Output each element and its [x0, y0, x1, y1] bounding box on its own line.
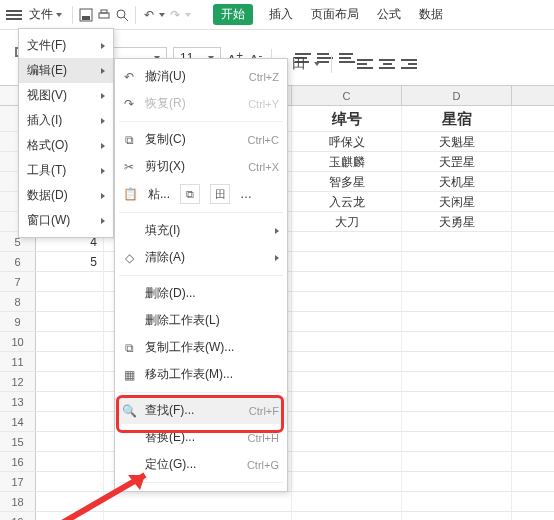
row-head[interactable]: 7	[0, 272, 36, 291]
cell[interactable]: 绰号	[292, 106, 402, 131]
menu1-item[interactable]: 工具(T)	[19, 158, 113, 183]
menu-delete-sheet[interactable]: 删除工作表(L)	[115, 307, 287, 334]
row-head[interactable]: 14	[0, 412, 36, 431]
col-head-c[interactable]: C	[292, 86, 402, 105]
cell[interactable]	[292, 352, 402, 371]
redo-icon[interactable]: ↷	[167, 7, 183, 23]
cell[interactable]	[292, 272, 402, 291]
row-head[interactable]: 6	[0, 252, 36, 271]
menu-fill[interactable]: 填充(I)	[115, 217, 287, 244]
cell[interactable]	[402, 252, 512, 271]
cell[interactable]: 天罡星	[402, 152, 512, 171]
cell[interactable]	[292, 452, 402, 471]
tab-data[interactable]: 数据	[417, 4, 445, 25]
paste-option-icon[interactable]: ⧉	[180, 184, 200, 204]
cell[interactable]	[292, 292, 402, 311]
row-head[interactable]: 10	[0, 332, 36, 351]
tab-start[interactable]: 开始	[213, 4, 253, 25]
menu-replace[interactable]: 替换(E)... Ctrl+H	[115, 424, 287, 451]
menu-goto[interactable]: 定位(G)... Ctrl+G	[115, 451, 287, 478]
cell[interactable]: 入云龙	[292, 192, 402, 211]
cell[interactable]	[292, 472, 402, 491]
tab-insert[interactable]: 插入	[267, 4, 295, 25]
cell[interactable]	[402, 352, 512, 371]
menu1-item[interactable]: 插入(I)	[19, 108, 113, 133]
cell[interactable]	[292, 312, 402, 331]
cell[interactable]	[402, 272, 512, 291]
align-left-icon[interactable]	[357, 57, 373, 71]
cell[interactable]: 玉麒麟	[292, 152, 402, 171]
menu-find[interactable]: 🔍 查找(F)... Ctrl+F	[115, 397, 287, 424]
row-head[interactable]: 18	[0, 492, 36, 511]
cell[interactable]: 天魁星	[402, 132, 512, 151]
menu-cut[interactable]: ✂ 剪切(X) Ctrl+X	[115, 153, 287, 180]
cell[interactable]	[104, 512, 292, 520]
tab-layout[interactable]: 页面布局	[309, 4, 361, 25]
menu1-item[interactable]: 窗口(W)	[19, 208, 113, 233]
row-head[interactable]: 19	[0, 512, 36, 520]
col-head-d[interactable]: D	[402, 86, 512, 105]
cell[interactable]: 星宿	[402, 106, 512, 131]
cell[interactable]	[402, 232, 512, 251]
cell[interactable]: 呼保义	[292, 132, 402, 151]
cell[interactable]	[36, 472, 104, 491]
chevron-down-icon[interactable]	[159, 13, 165, 17]
cell[interactable]	[292, 512, 402, 520]
menu-undo[interactable]: ↶ 撤消(U) Ctrl+Z	[115, 63, 287, 90]
menu-copy-sheet[interactable]: ⧉ 复制工作表(W)...	[115, 334, 287, 361]
cell[interactable]	[292, 252, 402, 271]
hamburger-icon[interactable]	[6, 10, 22, 20]
cell[interactable]: 天勇星	[402, 212, 512, 231]
file-menu-button[interactable]: 文件	[24, 3, 67, 26]
save-icon[interactable]	[78, 7, 94, 23]
print-icon[interactable]	[96, 7, 112, 23]
cell[interactable]	[402, 452, 512, 471]
cell[interactable]	[292, 412, 402, 431]
cell[interactable]	[292, 392, 402, 411]
cell[interactable]	[292, 232, 402, 251]
row-head[interactable]: 11	[0, 352, 36, 371]
cell[interactable]	[36, 352, 104, 371]
row-head[interactable]: 15	[0, 432, 36, 451]
align-right-icon[interactable]	[401, 57, 417, 71]
cell[interactable]	[292, 492, 402, 511]
cell[interactable]	[402, 472, 512, 491]
cell[interactable]	[402, 512, 512, 520]
menu-label[interactable]: 粘...	[148, 186, 170, 203]
preview-icon[interactable]	[114, 7, 130, 23]
cell[interactable]	[36, 392, 104, 411]
cell[interactable]	[402, 292, 512, 311]
cell[interactable]	[36, 372, 104, 391]
align-center-icon[interactable]	[379, 57, 395, 71]
menu-move-sheet[interactable]: ▦ 移动工作表(M)...	[115, 361, 287, 388]
menu1-item[interactable]: 编辑(E)	[19, 58, 113, 83]
menu1-item[interactable]: 视图(V)	[19, 83, 113, 108]
border-icon[interactable]: 田	[292, 55, 306, 73]
menu1-item[interactable]: 数据(D)	[19, 183, 113, 208]
cell[interactable]	[292, 372, 402, 391]
more-icon[interactable]: …	[240, 187, 252, 201]
cell[interactable]: 智多星	[292, 172, 402, 191]
row-head[interactable]: 9	[0, 312, 36, 331]
cell[interactable]	[36, 312, 104, 331]
row-head[interactable]: 17	[0, 472, 36, 491]
cell[interactable]: 大刀	[292, 212, 402, 231]
cell[interactable]	[36, 512, 104, 520]
tab-formula[interactable]: 公式	[375, 4, 403, 25]
cell[interactable]	[292, 332, 402, 351]
row-head[interactable]: 12	[0, 372, 36, 391]
row-head[interactable]: 16	[0, 452, 36, 471]
cell[interactable]	[402, 312, 512, 331]
cell[interactable]	[402, 332, 512, 351]
cell[interactable]: 天闲星	[402, 192, 512, 211]
chevron-down-icon[interactable]	[314, 62, 320, 66]
cell[interactable]	[402, 412, 512, 431]
cell[interactable]	[402, 372, 512, 391]
cell[interactable]: 5	[36, 252, 104, 271]
cell[interactable]: 天机星	[402, 172, 512, 191]
cell[interactable]	[36, 292, 104, 311]
menu1-item[interactable]: 格式(O)	[19, 133, 113, 158]
cell[interactable]	[36, 492, 104, 511]
cell[interactable]	[36, 332, 104, 351]
cell[interactable]	[402, 492, 512, 511]
